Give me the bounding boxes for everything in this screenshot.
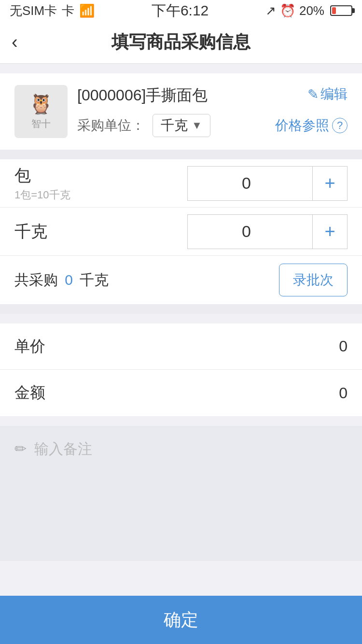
kg-input-right: + (187, 214, 348, 249)
edit-button[interactable]: ✎ 编辑 (307, 85, 348, 103)
edit-label: 编辑 (320, 85, 348, 103)
unit-label: 采购单位： (77, 116, 145, 135)
bao-label-group: 包 1包=10千克 (14, 165, 70, 202)
price-ref-help-icon: ? (332, 118, 348, 133)
input-section: 包 1包=10千克 + 千克 + (0, 159, 362, 256)
price-ref-button[interactable]: 价格参照 ? (275, 116, 348, 135)
battery-pct: 20% (299, 3, 324, 18)
bao-input[interactable] (187, 166, 313, 201)
product-info: [0000006]手撕面包 ✎ 编辑 采购单位： 千克 ▼ 价格参照 ? (77, 85, 348, 137)
kg-label-group: 千克 (14, 221, 63, 243)
sim-card-text: 卡 (62, 2, 74, 19)
product-name: [0000006]手撕面包 (77, 85, 208, 106)
product-header: [0000006]手撕面包 ✎ 编辑 (77, 85, 348, 106)
amount-value: 0 (339, 384, 348, 402)
status-right: ↗ ⏰ 20% (265, 3, 352, 18)
unit-price-label: 单价 (14, 336, 45, 357)
summary-row: 共采购 0 千克 录批次 (0, 256, 362, 304)
price-ref-label: 价格参照 (275, 116, 329, 135)
alarm-icon: ⏰ (280, 3, 295, 18)
edit-icon: ✎ (307, 86, 319, 102)
divider-2 (0, 304, 362, 314)
summary-suffix: 千克 (80, 272, 109, 288)
divider-1 (0, 150, 362, 159)
back-button[interactable]: ‹ (12, 32, 18, 53)
chevron-down-icon: ▼ (192, 119, 202, 132)
bao-label: 包 (14, 165, 70, 187)
summary-text: 共采购 0 千克 (14, 270, 109, 290)
wifi-icon: 📶 (79, 3, 95, 18)
confirm-label: 确定 (164, 608, 198, 632)
unit-value: 千克 (161, 116, 188, 135)
confirm-button[interactable]: 确定 (0, 596, 362, 644)
info-section: 单价 0 金额 0 (0, 323, 362, 416)
status-left: 无SIM卡 卡 📶 (10, 2, 95, 19)
amount-label: 金额 (14, 382, 45, 404)
carrier-text: 无SIM卡 (10, 2, 57, 19)
pencil-icon: ✏ (14, 440, 27, 457)
kg-label: 千克 (14, 221, 63, 243)
product-thumbnail: 🦉 智十 (14, 85, 68, 138)
bao-input-row: 包 1包=10千克 + (0, 159, 362, 208)
amount-row: 金额 0 (0, 370, 362, 416)
unit-price-value: 0 (339, 337, 348, 355)
bao-plus-button[interactable]: + (313, 166, 348, 201)
unit-select[interactable]: 千克 ▼ (153, 114, 210, 137)
kg-plus-button[interactable]: + (313, 214, 348, 249)
product-thumb-label: 智十 (31, 117, 51, 130)
summary-value: 0 (65, 272, 73, 288)
location-icon: ↗ (265, 3, 276, 18)
battery-fill (332, 7, 336, 14)
product-thumb-icon: 🦉 (29, 93, 53, 115)
battery-icon (330, 5, 352, 16)
summary-prefix: 共采购 (14, 272, 58, 288)
status-bar: 无SIM卡 卡 📶 下午6:12 ↗ ⏰ 20% (0, 0, 362, 21)
product-card: 🦉 智十 [0000006]手撕面包 ✎ 编辑 采购单位： 千克 ▼ 价格参照 … (0, 73, 362, 150)
product-unit-row: 采购单位： 千克 ▼ 价格参照 ? (77, 114, 348, 137)
batch-button[interactable]: 录批次 (279, 264, 348, 296)
bao-sub-label: 1包=10千克 (14, 188, 70, 202)
kg-input[interactable] (187, 214, 313, 249)
kg-input-row: 千克 + (0, 208, 362, 256)
nav-bar: ‹ 填写商品采购信息 (0, 21, 362, 64)
page-title: 填写商品采购信息 (111, 30, 251, 54)
notes-placeholder: 输入备注 (34, 439, 92, 459)
bao-input-right: + (187, 166, 348, 201)
unit-price-row: 单价 0 (0, 323, 362, 370)
status-time: 下午6:12 (152, 1, 209, 21)
notes-section[interactable]: ✏ 输入备注 (0, 426, 362, 561)
